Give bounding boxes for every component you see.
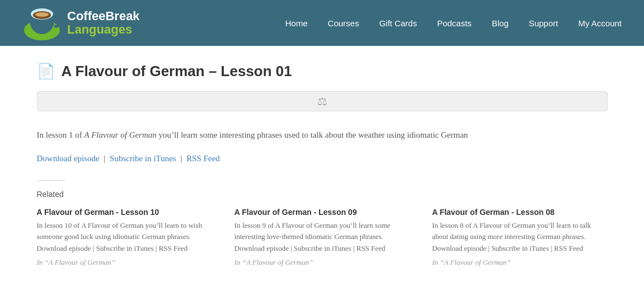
related-item-0: A Flavour of German - Lesson 10 In lesso… — [37, 208, 212, 267]
logo-text-top: CoffeeBreak — [67, 10, 140, 23]
related-title-1: A Flavour of German - Lesson 09 — [234, 208, 410, 217]
nav-courses[interactable]: Courses — [328, 18, 359, 28]
related-desc-2: In lesson 8 of A Flavour of German you’l… — [432, 220, 607, 255]
nav-podcasts[interactable]: Podcasts — [437, 18, 472, 28]
related-desc-0: In lesson 10 of A Flavour of German you’… — [37, 220, 212, 255]
separator-2: | — [180, 154, 184, 163]
logo-icon — [22, 5, 62, 41]
related-tag-1: In “A Flavour of German” — [234, 258, 410, 267]
related-title-0: A Flavour of German - Lesson 10 — [37, 208, 212, 217]
related-item-1: A Flavour of German - Lesson 09 In lesso… — [234, 208, 410, 267]
related-tag-2: In “A Flavour of German” — [432, 258, 607, 267]
audio-player-bar[interactable]: ⚖ — [37, 91, 608, 111]
page-title-wrapper: 📄 A Flavour of German – Lesson 01 — [37, 63, 608, 80]
logo[interactable]: CoffeeBreak Languages — [22, 5, 140, 41]
rss-feed-link[interactable]: RSS Feed — [186, 154, 220, 163]
nav-gift-cards[interactable]: Gift Cards — [379, 18, 417, 28]
related-desc-1: In lesson 9 of A Flavour of German you’l… — [234, 220, 410, 255]
subscribe-itunes-link[interactable]: Subscribe in iTunes — [110, 154, 176, 163]
main-nav: Home Courses Gift Cards Podcasts Blog Su… — [285, 18, 622, 28]
related-title-2: A Flavour of German - Lesson 08 — [432, 208, 607, 217]
nav-my-account[interactable]: My Account — [578, 18, 622, 28]
lesson-description: In lesson 1 of A Flavour of German you’l… — [37, 128, 608, 143]
related-item-2: A Flavour of German - Lesson 08 In lesso… — [432, 208, 607, 267]
nav-blog[interactable]: Blog — [492, 18, 509, 28]
nav-support[interactable]: Support — [529, 18, 558, 28]
document-icon: 📄 — [37, 63, 55, 80]
separator-1: | — [104, 154, 107, 163]
description-suffix: you’ll learn some interesting phrases us… — [157, 130, 468, 139]
download-episode-link[interactable]: Download episode — [37, 154, 100, 163]
related-label: Related — [37, 190, 608, 199]
svg-point-4 — [35, 12, 49, 17]
description-prefix: In lesson 1 of — [37, 130, 84, 139]
section-divider — [37, 180, 65, 181]
main-content: 📄 A Flavour of German – Lesson 01 ⚖ In l… — [15, 46, 630, 284]
description-italic: A Flavour of German — [84, 130, 157, 139]
site-header: CoffeeBreak Languages Home Courses Gift … — [0, 0, 644, 46]
related-tag-0: In “A Flavour of German” — [37, 258, 212, 267]
logo-text-bottom: Languages — [67, 23, 140, 36]
episode-links: Download episode | Subscribe in iTunes |… — [37, 154, 608, 163]
nav-home[interactable]: Home — [285, 18, 308, 28]
related-grid: A Flavour of German - Lesson 10 In lesso… — [37, 208, 608, 267]
plugin-icon: ⚖ — [317, 95, 327, 108]
page-title: A Flavour of German – Lesson 01 — [62, 63, 292, 80]
